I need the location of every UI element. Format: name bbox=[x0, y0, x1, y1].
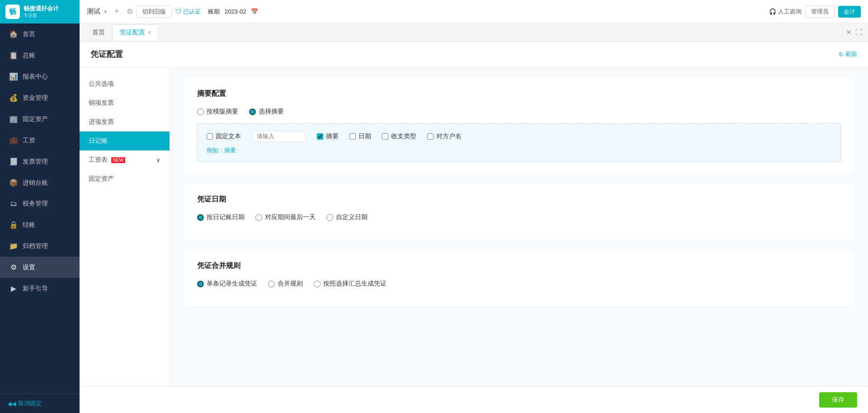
sidebar-item-assets[interactable]: 🏢 固定资产 bbox=[0, 108, 80, 130]
counterpart-label: 对方户名 bbox=[436, 132, 462, 141]
merge-select-radio[interactable] bbox=[314, 281, 321, 287]
payment-type-checkbox[interactable] bbox=[382, 133, 388, 140]
calendar-icon[interactable]: 📅 bbox=[251, 8, 258, 15]
ledger-icon: 📋 bbox=[9, 51, 18, 60]
sidebar-logo: 畅 畅捷通好会计 专业版 bbox=[0, 0, 80, 23]
left-nav-purchase-invoice[interactable]: 进项发票 bbox=[80, 113, 170, 131]
sidebar-item-ledger[interactable]: 📋 总账 bbox=[0, 45, 80, 66]
old-version-button[interactable]: 切到旧版 bbox=[137, 5, 172, 18]
summary-checkbox-item[interactable]: 摘要 bbox=[317, 132, 339, 141]
date-period-radio[interactable] bbox=[255, 214, 262, 221]
sidebar-item-reports[interactable]: 📊 报表中心 bbox=[0, 66, 80, 87]
admin-button[interactable]: 管理员 bbox=[805, 5, 835, 18]
tab-home[interactable]: 首页 bbox=[85, 25, 112, 40]
summary-checkbox[interactable] bbox=[317, 133, 323, 140]
date-section: 凭证日期 按日记账日期 对应期间最后一天 自定义日期 bbox=[184, 184, 854, 239]
sidebar-item-label: 固定资产 bbox=[23, 115, 48, 123]
sidebar-item-home[interactable]: 🏠 首页 bbox=[0, 23, 80, 45]
date-checkbox-item[interactable]: 日期 bbox=[349, 132, 371, 141]
date-custom-radio[interactable] bbox=[326, 214, 333, 221]
invoice-icon: 🧾 bbox=[9, 157, 18, 166]
tab-bar-expand-icon[interactable]: ⛶ bbox=[855, 28, 863, 37]
sidebar-item-label: 归档管理 bbox=[23, 242, 48, 250]
sidebar-item-payroll[interactable]: 💼 工资 bbox=[0, 130, 80, 151]
date-custom-label: 自定义日期 bbox=[336, 213, 368, 221]
left-nav-public[interactable]: 公共选项 bbox=[80, 75, 170, 94]
refresh-label: 刷新 bbox=[845, 50, 857, 58]
date-radio-group: 按日记账日期 对应期间最后一天 自定义日期 bbox=[197, 213, 841, 221]
sidebar-item-label: 结账 bbox=[23, 221, 35, 229]
date-radio-diary[interactable]: 按日记账日期 bbox=[197, 213, 245, 221]
assets-icon: 🏢 bbox=[9, 115, 18, 123]
sidebar-item-archive[interactable]: 📁 归档管理 bbox=[0, 235, 80, 257]
logo-edition: 专业版 bbox=[24, 12, 59, 19]
role-button[interactable]: 会计 bbox=[838, 6, 861, 18]
refresh-button[interactable]: ↻ 刷新 bbox=[839, 50, 857, 58]
summary-radio-template[interactable]: 按模版摘要 bbox=[197, 108, 238, 116]
summary-radio-select[interactable]: 选择摘要 bbox=[249, 108, 284, 116]
cancel-fixed-button[interactable]: ◀◀ 取消固定 bbox=[7, 399, 72, 408]
sidebar-item-label: 工资 bbox=[23, 136, 35, 145]
counterpart-checkbox[interactable] bbox=[427, 133, 434, 140]
date-diary-radio[interactable] bbox=[197, 214, 204, 221]
company-chevron-icon[interactable]: ▾ bbox=[104, 9, 107, 15]
tab-close-icon[interactable]: × bbox=[148, 29, 151, 36]
funds-icon: 💰 bbox=[9, 94, 18, 102]
sidebar-item-settings[interactable]: ⚙ 设置 bbox=[0, 257, 80, 278]
tax-icon: 🗂 bbox=[9, 200, 18, 208]
fixed-text-checkbox-item[interactable]: 固定文本 bbox=[207, 132, 241, 141]
date-checkbox[interactable] bbox=[349, 133, 356, 140]
logo-name: 畅捷通好会计 bbox=[24, 5, 59, 13]
summary-select-radio[interactable] bbox=[249, 108, 256, 115]
consult-icon: 🎧 bbox=[769, 8, 776, 15]
merge-single-radio[interactable] bbox=[197, 281, 204, 287]
summary-template-radio[interactable] bbox=[197, 108, 204, 115]
sidebar-item-tax[interactable]: 🗂 税务管理 bbox=[0, 193, 80, 214]
sidebar-item-funds[interactable]: 💰 资金管理 bbox=[0, 87, 80, 108]
gear-icon[interactable]: ⚙ bbox=[127, 7, 133, 16]
sidebar-item-label: 进销台账 bbox=[23, 179, 48, 187]
reports-icon: 📊 bbox=[9, 72, 18, 81]
counterpart-checkbox-item[interactable]: 对方户名 bbox=[427, 132, 462, 141]
bottom-bar: 保存 bbox=[80, 386, 868, 413]
merge-rules-radio[interactable] bbox=[268, 281, 275, 287]
sidebar-item-guide[interactable]: ▶ 新手引导 bbox=[0, 278, 80, 299]
tab-active-label: 凭证配置 bbox=[120, 28, 145, 37]
left-nav-payroll-table[interactable]: 工资表 NEW ∨ bbox=[80, 150, 170, 169]
topbar: 测试 ▾ + ⚙ 切到旧版 🛡 已认证 账期 2023-02 📅 🎧 人工咨询 … bbox=[80, 0, 868, 23]
add-icon[interactable]: + bbox=[110, 7, 123, 16]
summary-select-label: 选择摘要 bbox=[259, 108, 284, 116]
company-name: 测试 bbox=[87, 7, 100, 16]
content-header: 凭证配置 ↻ 刷新 bbox=[80, 42, 868, 67]
merge-radio-select[interactable]: 按照选择汇总生成凭证 bbox=[314, 280, 387, 288]
tab-home-label: 首页 bbox=[92, 28, 105, 37]
sidebar-item-close[interactable]: 🔒 结账 bbox=[0, 214, 80, 235]
example-text: 例如：摘要 bbox=[207, 146, 831, 155]
consult-label: 人工咨询 bbox=[778, 8, 802, 16]
left-nav-sales-invoice[interactable]: 销项发票 bbox=[80, 94, 170, 113]
left-nav-fixed-label: 固定资产 bbox=[89, 175, 114, 183]
sidebar-bottom: ◀◀ 取消固定 bbox=[0, 394, 80, 413]
settings-icon: ⚙ bbox=[9, 263, 18, 272]
sidebar-item-purchase[interactable]: 📦 进销台账 bbox=[0, 172, 80, 193]
save-button[interactable]: 保存 bbox=[819, 392, 857, 408]
verified-label: 已认证 bbox=[183, 8, 201, 16]
summary-options-box: 固定文本 摘要 日期 bbox=[197, 123, 841, 162]
left-nav: 公共选项 销项发票 进项发票 日记账 工资表 NEW ∨ bbox=[80, 67, 170, 386]
left-nav-diary[interactable]: 日记账 bbox=[80, 131, 170, 150]
date-radio-custom[interactable]: 自定义日期 bbox=[326, 213, 368, 221]
left-nav-fixed-assets[interactable]: 固定资产 bbox=[80, 169, 170, 188]
tab-bar-close-icon[interactable]: ✕ bbox=[846, 28, 852, 37]
fixed-text-checkbox[interactable] bbox=[207, 133, 213, 140]
refresh-icon: ↻ bbox=[839, 51, 844, 58]
sidebar-item-invoice[interactable]: 🧾 发票管理 bbox=[0, 151, 80, 172]
merge-radio-rules[interactable]: 合并规则 bbox=[268, 280, 303, 288]
merge-radio-single[interactable]: 单条记录生成凭证 bbox=[197, 280, 257, 288]
tab-voucher-config[interactable]: 凭证配置 × bbox=[112, 24, 159, 41]
payment-type-checkbox-item[interactable]: 收支类型 bbox=[382, 132, 416, 141]
consult-button[interactable]: 🎧 人工咨询 bbox=[769, 8, 802, 16]
left-nav-diary-label: 日记账 bbox=[89, 137, 108, 145]
cancel-fixed-icon: ◀◀ bbox=[7, 400, 16, 407]
date-radio-period-last[interactable]: 对应期间最后一天 bbox=[255, 213, 316, 221]
fixed-text-input[interactable] bbox=[252, 131, 306, 142]
